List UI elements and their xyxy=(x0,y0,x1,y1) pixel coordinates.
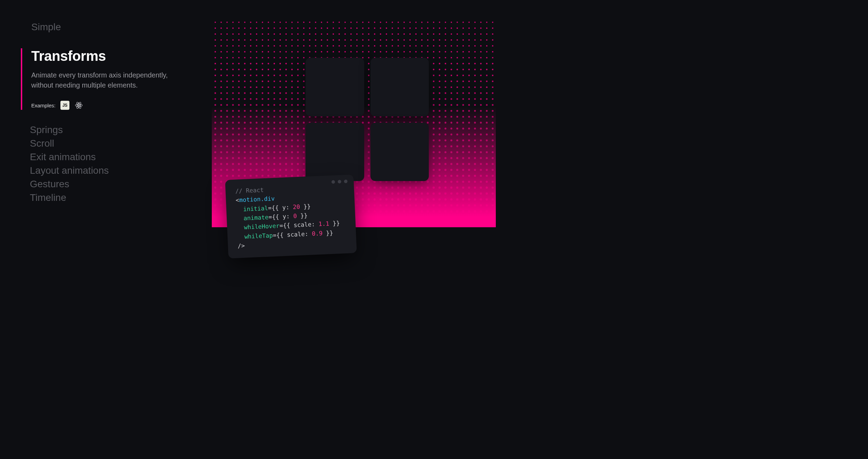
nav-active-title: Transforms xyxy=(31,48,181,64)
code-body: // React<motion.div initial={{ y: 20 }} … xyxy=(235,182,348,251)
nav-active-block: Transforms Animate every transform axis … xyxy=(21,48,181,110)
traffic-light-icon xyxy=(338,180,341,183)
nav-item-springs[interactable]: Springs xyxy=(30,124,181,136)
traffic-light-icon xyxy=(332,180,335,183)
nav-item-exit-animations[interactable]: Exit animations xyxy=(30,151,181,163)
nav-item-simple[interactable]: Simple xyxy=(21,21,181,33)
feature-nav: Simple Transforms Animate every transfor… xyxy=(21,21,181,204)
svg-point-0 xyxy=(78,105,80,106)
active-indicator xyxy=(21,69,22,110)
examples-row: Examples: JS xyxy=(31,101,181,110)
nav-item-scroll[interactable]: Scroll xyxy=(30,137,181,149)
examples-label: Examples: xyxy=(31,103,56,108)
window-traffic-lights xyxy=(332,180,348,184)
nav-active-description: Animate every transform axis independent… xyxy=(31,70,181,90)
nav-item-layout-animations[interactable]: Layout animations xyxy=(30,164,181,177)
traffic-light-icon xyxy=(344,180,348,183)
nav-item-gestures[interactable]: Gestures xyxy=(30,178,181,190)
demo-square xyxy=(306,58,364,116)
demo-square xyxy=(370,58,429,116)
demo-square xyxy=(306,123,364,181)
demo-squares xyxy=(306,58,429,181)
javascript-icon[interactable]: JS xyxy=(60,101,69,110)
stage: Simple Transforms Animate every transfor… xyxy=(0,0,542,278)
nav-item-timeline[interactable]: Timeline xyxy=(30,191,181,204)
code-window: // React<motion.div initial={{ y: 20 }} … xyxy=(225,174,357,259)
demo-square xyxy=(370,123,429,181)
react-icon[interactable] xyxy=(74,101,83,110)
nav-upcoming-list: SpringsScrollExit animationsLayout anima… xyxy=(21,124,181,204)
